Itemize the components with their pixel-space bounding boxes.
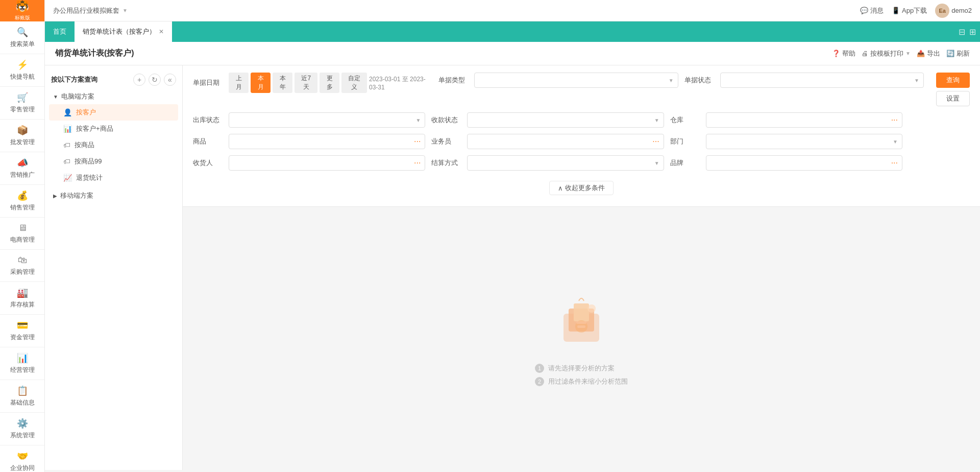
scheme-item-by-product-label: 按商品 [75, 140, 94, 150]
scheme-item-by-customer-product[interactable]: 📊 按客户+商品 [49, 121, 178, 137]
scheme-add-btn[interactable]: + [133, 74, 145, 86]
sidebar-item-search[interactable]: 🔍 搜索菜单 [0, 21, 45, 54]
query-button[interactable]: 查询 [936, 73, 970, 88]
collapse-label: 收起更多条件 [565, 183, 605, 193]
recipient-input[interactable]: ··· [229, 155, 425, 171]
warehouse-input[interactable]: ··· [706, 112, 902, 128]
goods-dots-icon[interactable]: ··· [414, 137, 421, 146]
out-status-input[interactable]: ▼ [229, 112, 425, 128]
salesman-dots-icon[interactable]: ··· [652, 137, 659, 146]
tab-sales-stats[interactable]: 销货单统计表（按客户） ✕ [75, 21, 172, 42]
bill-type-label: 单据类型 [438, 76, 467, 85]
svg-rect-4 [576, 321, 586, 324]
bill-status-input[interactable]: ▼ [720, 73, 924, 88]
empty-tips: 1 请先选择要分析的方案 2 用过滤条件来缩小分析范围 [535, 364, 628, 386]
dept-input[interactable]: ▼ [706, 134, 902, 149]
sidebar-item-retail[interactable]: 🛒 零售管理 [0, 87, 45, 120]
scheme-item-by-customer-product-label: 按客户+商品 [76, 124, 113, 133]
app-logo: 🐯 标账版 [0, 0, 45, 21]
brand-dots-icon[interactable]: ··· [891, 158, 898, 168]
brand-input[interactable]: ··· [706, 155, 902, 171]
scheme-item-return-stats[interactable]: 📈 退货统计 [49, 170, 178, 186]
quicknav-icon: ⚡ [17, 59, 28, 70]
sidebar-item-cooperation-label: 企业协同 [10, 464, 35, 472]
scheme-group-mobile: ▶ 移动端方案 [49, 188, 178, 203]
sidebar-item-sales-label: 销售管理 [10, 203, 35, 212]
scheme-header-icons: + ↻ « [133, 74, 176, 86]
tip-num-1: 1 [535, 364, 544, 373]
brand-label: 品牌 [670, 158, 699, 168]
header-right: 💬 消息 📱 App下载 Ea demo2 [860, 4, 972, 18]
refresh-btn[interactable]: 🔄 刷新 [946, 49, 970, 58]
sidebar-item-sales[interactable]: 💰 销售管理 [0, 185, 45, 218]
search-menu-icon: 🔍 [17, 27, 28, 38]
sidebar-item-inventory[interactable]: 🏭 库存核算 [0, 282, 45, 315]
scheme-refresh-btn[interactable]: ↻ [149, 74, 161, 86]
svg-rect-5 [577, 325, 585, 328]
scheme-group-desktop-header[interactable]: ▼ 电脑端方案 [49, 89, 178, 104]
print-btn[interactable]: 🖨 按模板打印 ▼ [862, 49, 911, 58]
payment-input[interactable]: ▼ [467, 155, 664, 171]
sidebar-item-system[interactable]: ⚙️ 系统管理 [0, 413, 45, 445]
date-btn-last-month[interactable]: 上月 [229, 73, 249, 93]
retail-icon: 🛒 [17, 92, 28, 103]
desktop-group-arrow-icon: ▼ [53, 94, 58, 100]
setting-button[interactable]: 设置 [936, 91, 970, 106]
sidebar-item-operations[interactable]: 📊 经营管理 [0, 347, 45, 380]
tab-minimize-btn[interactable]: ⊟ [959, 27, 965, 37]
print-arrow-icon: ▼ [905, 51, 911, 56]
warehouse-dots-icon[interactable]: ··· [891, 115, 898, 125]
date-btn-custom[interactable]: 自定义 [341, 73, 367, 93]
bill-type-input[interactable]: ▼ [474, 73, 678, 88]
scheme-item-by-customer[interactable]: 👤 按客户 [49, 104, 178, 121]
help-icon: ❓ [832, 50, 840, 57]
scheme-collapse-btn[interactable]: « [164, 74, 176, 86]
date-btn-more[interactable]: 更多 [320, 73, 339, 93]
logo-text: 标账版 [15, 14, 30, 21]
scheme-item-by-product-99[interactable]: 🏷 按商品99 [49, 153, 178, 170]
recipient-dots-icon[interactable]: ··· [414, 158, 421, 168]
export-btn[interactable]: 📤 导出 [917, 49, 940, 58]
salesman-label: 业务员 [431, 137, 460, 146]
app-download-btn[interactable]: 📱 App下载 [892, 6, 927, 15]
by-customer-product-icon: 📊 [63, 125, 72, 133]
sidebar-item-finance[interactable]: 💳 资金管理 [0, 315, 45, 347]
date-btn-this-year[interactable]: 本年 [273, 73, 292, 93]
goods-input[interactable]: ··· [229, 134, 425, 149]
out-status-label: 出库状态 [193, 115, 222, 125]
receipt-status-label: 收款状态 [431, 115, 460, 125]
sidebar-item-cooperation[interactable]: 🤝 企业协同 [0, 445, 45, 472]
collapse-btn[interactable]: ∧ 收起更多条件 [549, 181, 614, 195]
user-profile-btn[interactable]: Ea demo2 [935, 4, 972, 18]
scheme-item-by-product-99-label: 按商品99 [75, 157, 102, 166]
scheme-section: ▼ 电脑端方案 👤 按客户 📊 按客户+商品 [45, 89, 182, 203]
date-btn-last-7-days[interactable]: 近7天 [295, 73, 317, 93]
scheme-panel-title: 按以下方案查询 [51, 75, 130, 84]
help-btn[interactable]: ❓ 帮助 [832, 49, 855, 58]
sidebar-item-ecommerce[interactable]: 🖥 电商管理 [0, 218, 45, 250]
sidebar-item-quicknav[interactable]: ⚡ 快捷导航 [0, 54, 45, 87]
scheme-item-by-product[interactable]: 🏷 按商品 [49, 137, 178, 153]
sidebar-item-basic[interactable]: 📋 基础信息 [0, 380, 45, 413]
sidebar-item-wholesale[interactable]: 📦 批发管理 [0, 120, 45, 152]
message-btn[interactable]: 💬 消息 [860, 6, 884, 15]
sidebar-item-purchase[interactable]: 🛍 采购管理 [0, 250, 45, 282]
page-title: 销货单统计表(按客户) [55, 48, 134, 59]
date-group: 上月 本月 本年 近7天 更多 自定义 2023-03-01 至 2023-03… [229, 73, 432, 93]
sidebar-item-marketing[interactable]: 📣 营销推广 [0, 152, 45, 185]
scheme-group-mobile-header[interactable]: ▶ 移动端方案 [49, 188, 178, 203]
date-btn-this-month[interactable]: 本月 [251, 73, 271, 93]
empty-tip-1: 1 请先选择要分析的方案 [535, 364, 628, 373]
salesman-input[interactable]: ··· [467, 134, 664, 149]
receipt-status-input[interactable]: ▼ [467, 112, 664, 128]
tab-maximize-btn[interactable]: ⊞ [969, 27, 976, 37]
scheme-panel: 按以下方案查询 + ↻ « ▼ 电脑端方案 [45, 65, 183, 470]
content-body: 按以下方案查询 + ↻ « ▼ 电脑端方案 [45, 65, 980, 470]
tab-close-icon[interactable]: ✕ [159, 28, 164, 35]
tab-bar: 首页 销货单统计表（按客户） ✕ ⊟ ⊞ [45, 21, 980, 42]
sidebar-item-wholesale-label: 批发管理 [10, 138, 35, 147]
tab-home[interactable]: 首页 [45, 21, 75, 42]
cooperation-icon: 🤝 [17, 451, 28, 462]
finance-icon: 💳 [17, 320, 28, 331]
sidebar-item-purchase-label: 采购管理 [10, 268, 35, 276]
